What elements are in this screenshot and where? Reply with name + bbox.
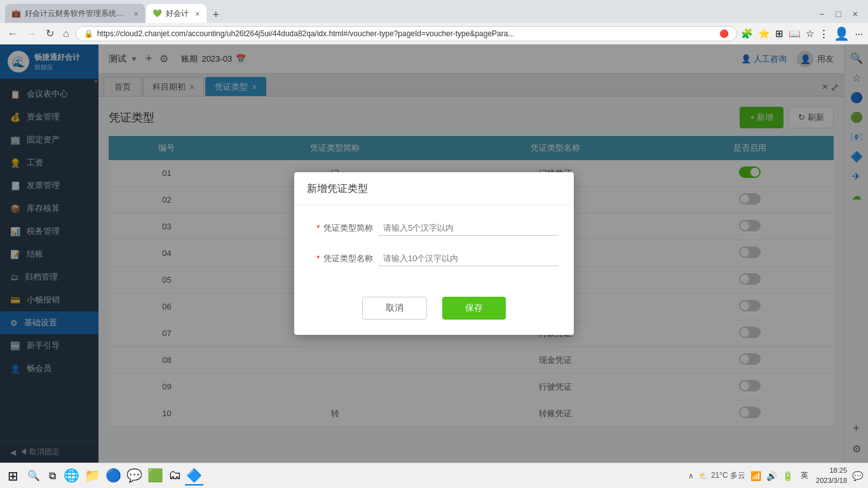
modal-title: 新增凭证类型 — [307, 183, 368, 194]
taskbar-app-wechat[interactable]: 💬 — [125, 466, 144, 485]
browser-toolbar-icons: 🧩 ⭐ ⊞ 📖 ☆ ⋮ 👤 ··· — [741, 26, 863, 41]
tab-favicon: 💼 — [11, 9, 21, 18]
more-icon[interactable]: ··· — [855, 28, 863, 39]
sidebar-toggle-icon[interactable]: ⋮ — [819, 28, 829, 39]
date-display: 2023/3/18 — [816, 476, 847, 485]
short-name-input[interactable] — [378, 220, 559, 236]
window-controls: − □ × — [814, 8, 863, 20]
datetime-display: 18:25 2023/3/18 — [816, 466, 847, 485]
modal-body: * 凭证类型简称 * 凭证类型名称 — [294, 205, 574, 292]
url-text: https://cloud2.chanjet.com/accounting/uh… — [97, 29, 716, 38]
form-row-full-name: * 凭证类型名称 — [309, 251, 559, 266]
maximize-button[interactable]: □ — [831, 8, 846, 20]
sound-icon[interactable]: 🔊 — [766, 471, 777, 481]
browser-address-bar: ← → ↻ ⌂ 🔒 https://cloud2.chanjet.com/acc… — [0, 23, 868, 44]
short-name-label: * 凭证类型简称 — [309, 222, 373, 234]
language-selector[interactable]: 英 — [798, 469, 811, 482]
taskbar: ⊞ 🔍 ⧉ 🌐 📁 🔵 💬 🟩 🗂 🔷 ∧ ⛅ 21°C 多云 📶 🔊 🔋 英 … — [0, 463, 868, 488]
taskbar-app-chrome[interactable]: 🔵 — [104, 466, 123, 485]
weather-text: 21°C 多云 — [711, 470, 745, 481]
new-tab-button[interactable]: + — [208, 8, 225, 22]
task-view-button[interactable]: ⧉ — [46, 470, 58, 482]
minimize-button[interactable]: − — [814, 8, 829, 20]
taskbar-chevron-icon[interactable]: ∧ — [688, 471, 694, 480]
network-icon[interactable]: 📶 — [750, 471, 761, 481]
tab-favicon-active: 💚 — [153, 9, 162, 18]
weather-icon: ⛅ — [699, 471, 709, 480]
time-display: 18:25 — [816, 466, 847, 475]
taskbar-app-files[interactable]: 🗂 — [167, 466, 182, 485]
address-input-bar[interactable]: 🔒 https://cloud2.chanjet.com/accounting/… — [76, 26, 738, 41]
browser-chrome: 💼 好会计云财务软件管理系统_会计 × 💚 好会计 × + − □ × ← → … — [0, 0, 868, 488]
reload-button[interactable]: ↻ — [43, 26, 57, 41]
notification-center-icon[interactable]: 💬 — [852, 471, 863, 481]
close-button[interactable]: × — [848, 8, 863, 20]
short-name-label-text: 凭证类型简称 — [323, 223, 373, 233]
reader-icon[interactable]: 📖 — [789, 28, 801, 39]
form-row-short-name: * 凭证类型简称 — [309, 220, 559, 236]
taskbar-app-folder[interactable]: 📁 — [83, 466, 102, 485]
user-profile-icon[interactable]: 👤 — [834, 26, 850, 41]
start-button[interactable]: ⊞ — [5, 468, 21, 484]
taskbar-app-ms[interactable]: 🟩 — [146, 466, 165, 485]
taskbar-apps: 🌐 📁 🔵 💬 🟩 🗂 🔷 — [62, 466, 203, 485]
full-name-label: * 凭证类型名称 — [309, 253, 373, 264]
notification-icon: 🔴 — [719, 29, 729, 38]
taskbar-app-edge2[interactable]: 🔷 — [185, 466, 203, 485]
split-screen-icon[interactable]: ⊞ — [775, 28, 783, 39]
cancel-button[interactable]: 取消 — [362, 297, 427, 320]
full-name-input[interactable] — [378, 251, 559, 266]
browser-tab-bar: 💼 好会计云财务软件管理系统_会计 × 💚 好会计 × + − □ × — [0, 0, 868, 23]
lock-icon: 🔒 — [84, 29, 93, 38]
battery-icon[interactable]: 🔋 — [782, 471, 793, 481]
forward-button[interactable]: → — [24, 27, 39, 41]
modal-dialog: 新增凭证类型 * 凭证类型简称 * 凭证类型名称 — [294, 172, 574, 335]
home-button[interactable]: ⌂ — [60, 27, 72, 41]
back-button[interactable]: ← — [5, 27, 20, 41]
search-taskbar[interactable]: 🔍 — [25, 470, 43, 482]
required-star-2: * — [316, 254, 320, 263]
required-star-1: * — [316, 223, 320, 233]
full-name-label-text: 凭证类型名称 — [323, 254, 373, 263]
save-button[interactable]: 保存 — [442, 297, 506, 320]
modal-header: 新增凭证类型 — [294, 172, 574, 205]
favorites-icon[interactable]: ☆ — [806, 28, 814, 39]
taskbar-app-edge[interactable]: 🌐 — [62, 466, 81, 485]
collections-icon[interactable]: ⭐ — [758, 28, 770, 39]
modal-footer: 取消 保存 — [294, 292, 574, 335]
tab-title-active: 好会计 — [166, 8, 189, 19]
extensions-icon[interactable]: 🧩 — [741, 28, 753, 39]
browser-tab-active[interactable]: 💚 好会计 × — [146, 4, 207, 23]
modal-overlay: 新增凭证类型 * 凭证类型简称 * 凭证类型名称 — [0, 44, 868, 463]
tab-close-icon[interactable]: × — [133, 9, 139, 18]
browser-tab-inactive[interactable]: 💼 好会计云财务软件管理系统_会计 × — [5, 4, 145, 23]
weather-display: ⛅ 21°C 多云 — [699, 470, 745, 481]
taskbar-right: ∧ ⛅ 21°C 多云 📶 🔊 🔋 英 18:25 2023/3/18 💬 — [688, 466, 863, 485]
tab-close-active-icon[interactable]: × — [195, 9, 200, 18]
tab-title: 好会计云财务软件管理系统_会计 — [25, 8, 127, 19]
